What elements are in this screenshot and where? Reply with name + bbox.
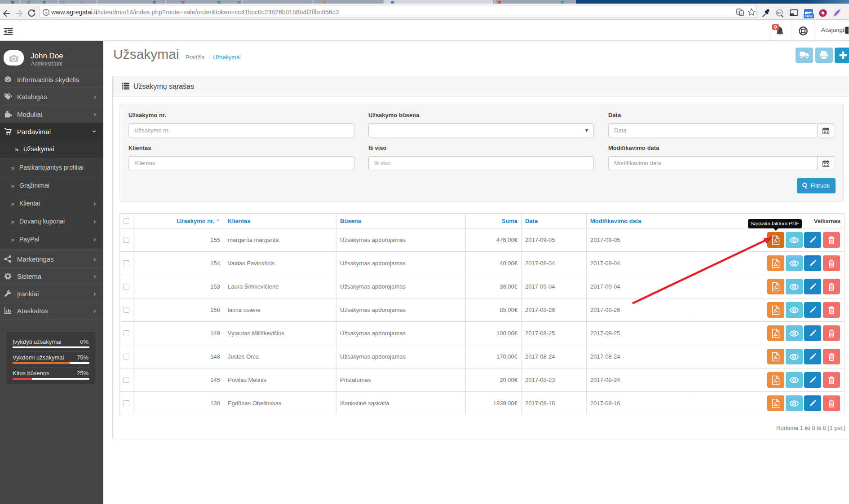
svg-text:x: x — [740, 12, 742, 15]
svg-text:IP: IP — [777, 10, 782, 15]
